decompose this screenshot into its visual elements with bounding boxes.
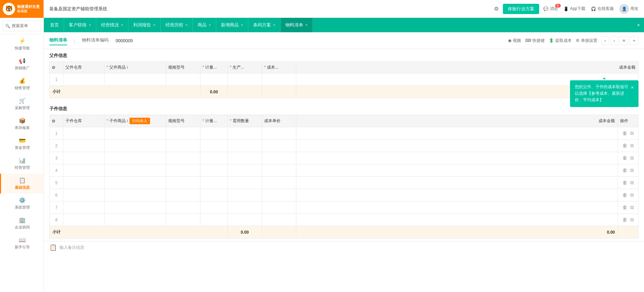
copy-icon-row5[interactable]: ⧉ — [630, 180, 634, 185]
child-row-3-cost-amt[interactable] — [296, 152, 618, 164]
shortcut-btn[interactable]: ⌨ 快捷键 — [525, 38, 545, 44]
parent-row-1-prod[interactable] — [228, 73, 262, 86]
tab-bom[interactable]: 物料清单 × — [281, 18, 313, 32]
close-operation-tab[interactable]: × — [121, 23, 123, 27]
child-row-1-product[interactable] — [104, 127, 166, 140]
delete-icon-row3[interactable]: 🗑 — [622, 155, 627, 161]
child-row-1-qty[interactable] — [228, 127, 262, 140]
child-row-6-cost-amt[interactable] — [296, 189, 618, 201]
search-button[interactable]: 🔍 搜索菜单 — [3, 21, 41, 31]
child-row-4-unitcost[interactable] — [262, 164, 296, 177]
child-row-7-spec[interactable] — [166, 201, 200, 214]
user-btn[interactable]: 👤 用友 — [619, 4, 639, 14]
child-row-6-warehouse[interactable] — [63, 189, 104, 201]
copy-icon-row6[interactable]: ⧉ — [630, 192, 634, 198]
child-row-4-warehouse[interactable] — [63, 164, 104, 177]
close-profit-tab[interactable]: × — [153, 23, 156, 27]
child-row-7-cost-amt[interactable] — [296, 201, 618, 214]
sidebar-item-enterprise[interactable]: 🏢 企业协同 — [0, 213, 44, 233]
list-btn[interactable]: ≡ — [619, 36, 628, 45]
sub-tab-bom-list[interactable]: 物料清单 — [49, 36, 67, 45]
prev-btn[interactable]: ‹ — [602, 36, 609, 45]
sub-tab-bom-code[interactable]: 物料清单编码 — [82, 36, 109, 45]
child-row-2-warehouse[interactable] — [63, 140, 104, 152]
delete-icon-row2[interactable]: 🗑 — [622, 143, 627, 148]
child-row-8-qty[interactable] — [228, 214, 262, 226]
copy-icon-row8[interactable]: ⧉ — [630, 217, 634, 222]
close-customer-tab[interactable]: × — [89, 23, 91, 27]
delete-icon-row6[interactable]: 🗑 — [622, 192, 627, 198]
parent-row-1-product[interactable] — [104, 73, 166, 86]
child-row-8-cost-amt[interactable] — [296, 214, 618, 226]
child-row-4-spec[interactable] — [166, 164, 200, 177]
child-row-3-warehouse[interactable] — [63, 152, 104, 164]
sidebar-item-purchase[interactable]: 🛒 采购管理 — [0, 94, 44, 114]
child-row-4-qty[interactable] — [228, 164, 262, 177]
settings-btn[interactable]: ⚙ 单据设置 — [576, 38, 597, 44]
child-row-5-qty[interactable] — [228, 177, 262, 189]
copy-icon-row7[interactable]: ⧉ — [630, 205, 634, 210]
child-row-2-cost-amt[interactable] — [296, 140, 618, 152]
tab-profit-report[interactable]: 利润报告 × — [128, 18, 161, 32]
child-row-8-unit[interactable] — [200, 214, 228, 226]
tab-barcode[interactable]: 条码方案 × — [248, 18, 281, 32]
sidebar-item-sales[interactable]: 💰 销售管理 — [0, 74, 44, 94]
tab-home[interactable]: 首页 — [45, 18, 64, 32]
delete-icon-row8[interactable]: 🗑 — [622, 217, 627, 222]
child-row-2-qty[interactable] — [228, 140, 262, 152]
child-row-5-unitcost[interactable] — [262, 177, 296, 189]
child-row-8-spec[interactable] — [166, 214, 200, 226]
child-row-7-unitcost[interactable] — [262, 201, 296, 214]
parent-product-info-icon[interactable]: ℹ — [127, 66, 128, 69]
child-row-1-cost-amt[interactable] — [296, 127, 618, 140]
child-row-4-unit[interactable] — [200, 164, 228, 177]
child-product-info-icon[interactable]: ℹ — [127, 119, 128, 123]
sidebar-item-finance[interactable]: 💳 资金管理 — [0, 134, 44, 154]
close-new-product-tab[interactable]: × — [241, 23, 243, 27]
child-row-7-warehouse[interactable] — [63, 201, 104, 214]
gear-icon[interactable]: ⚙ — [494, 5, 499, 12]
child-row-6-product[interactable] — [104, 189, 166, 201]
child-col-gear[interactable]: ⚙ — [50, 115, 63, 127]
child-row-6-unitcost[interactable] — [262, 189, 296, 201]
tab-customer[interactable]: 客户联络 × — [64, 18, 96, 32]
child-row-3-product[interactable] — [104, 152, 166, 164]
add-btn[interactable]: + — [630, 36, 639, 45]
child-row-5-product[interactable] — [104, 177, 166, 189]
parent-row-1-spec[interactable] — [166, 73, 200, 86]
child-row-4-cost-amt[interactable] — [296, 164, 618, 177]
scan-btn[interactable]: 扫码录入 — [129, 118, 150, 124]
child-row-1-unitcost[interactable] — [262, 127, 296, 140]
child-row-5-warehouse[interactable] — [63, 177, 104, 189]
tab-product[interactable]: 商品 × — [193, 18, 216, 32]
sidebar-item-marketing[interactable]: 📢 营销推广 — [0, 54, 44, 74]
next-btn[interactable]: › — [610, 36, 618, 45]
child-row-3-unit[interactable] — [200, 152, 228, 164]
child-row-6-spec[interactable] — [166, 189, 200, 201]
sidebar-item-guide[interactable]: 📖 新手引导 — [0, 233, 44, 253]
app-download-btn[interactable]: 📱 App下载 — [564, 6, 585, 12]
child-row-2-product[interactable] — [104, 140, 166, 152]
close-barcode-tab[interactable]: × — [273, 23, 275, 27]
tab-new-product[interactable]: 新增商品 × — [216, 18, 248, 32]
message-btn[interactable]: 💬 消息 6 — [543, 6, 558, 12]
child-row-6-unit[interactable] — [200, 189, 228, 201]
view-btn[interactable]: ◉ 视频 — [508, 38, 521, 44]
child-row-5-unit[interactable] — [200, 177, 228, 189]
child-row-5-cost-amt[interactable] — [296, 177, 618, 189]
tab-operation-history[interactable]: 经营历程 × — [161, 18, 193, 32]
delete-icon-row5[interactable]: 🗑 — [622, 180, 627, 185]
sidebar-item-system[interactable]: ⚙️ 系统管理 — [0, 194, 44, 213]
child-row-2-unitcost[interactable] — [262, 140, 296, 152]
delete-icon-row7[interactable]: 🗑 — [622, 205, 627, 210]
child-row-8-warehouse[interactable] — [63, 214, 104, 226]
tooltip-close-btn[interactable]: × — [631, 84, 634, 91]
copy-icon-row3[interactable]: ⧉ — [630, 155, 634, 161]
child-row-1-spec[interactable] — [166, 127, 200, 140]
copy-icon-row2[interactable]: ⧉ — [630, 143, 634, 148]
child-row-2-spec[interactable] — [166, 140, 200, 152]
child-row-3-spec[interactable] — [166, 152, 200, 164]
copy-icon-row4[interactable]: ⧉ — [630, 167, 634, 173]
parent-row-1-warehouse[interactable] — [63, 73, 104, 86]
parent-col-gear[interactable]: ⚙ — [50, 62, 63, 73]
